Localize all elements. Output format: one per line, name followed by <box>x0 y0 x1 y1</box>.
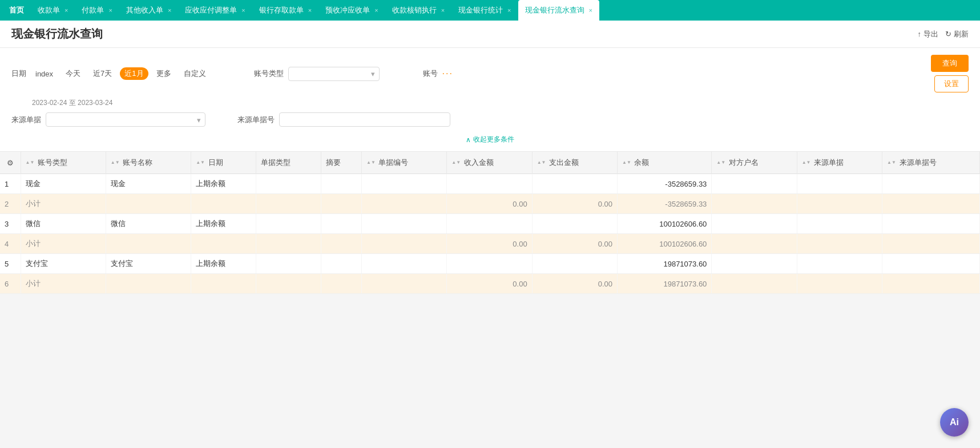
td-date <box>191 234 256 254</box>
td-expense <box>532 174 617 194</box>
td-counterparty <box>712 234 797 254</box>
account-type-select-wrapper <box>288 67 380 81</box>
td-doc-number <box>361 274 446 294</box>
collapse-bar[interactable]: ∧ 收起更多条件 <box>11 132 969 144</box>
th-balance[interactable]: ▲▼ 余额 <box>618 152 712 174</box>
account-dots-button[interactable]: ··· <box>442 68 453 79</box>
td-doc-type <box>256 214 321 234</box>
top-nav: 首页 收款单 × 付款单 × 其他收入单 × 应收应付调整单 × 银行存取款单 … <box>0 0 980 21</box>
td-doc-number <box>361 194 446 214</box>
nav-cash-stat[interactable]: 现金银行统计 × <box>451 0 518 21</box>
th-date[interactable]: ▲▼ 日期 <box>191 152 256 174</box>
td-account-type: 小计 <box>21 194 106 214</box>
close-icon[interactable]: × <box>441 0 445 21</box>
td-income <box>447 174 532 194</box>
td-doc-number <box>361 234 446 254</box>
th-expense[interactable]: ▲▼ 支出金额 <box>532 152 617 174</box>
table-row: 1现金现金上期余额-3528659.33 <box>0 174 980 194</box>
td-account-name <box>106 234 191 254</box>
table-row: 4小计0.000.00100102606.60 <box>0 234 980 254</box>
td-summary <box>321 174 362 194</box>
data-table: ⚙ ▲▼ 账号类型 ▲▼ 账号名称 ▲▼ 日期 单据类型 摘 <box>0 152 980 294</box>
td-summary <box>321 194 362 214</box>
table-row: 2小计0.000.00-3528659.33 <box>0 194 980 214</box>
td-date <box>191 194 256 214</box>
td-account-type: 小计 <box>21 234 106 254</box>
nav-home[interactable]: 首页 <box>2 0 31 21</box>
date-opt-custom[interactable]: 自定义 <box>179 67 211 80</box>
td-account-type: 微信 <box>21 214 106 234</box>
th-income[interactable]: ▲▼ 收入金额 <box>447 152 532 174</box>
nav-payment[interactable]: 付款单 × <box>75 0 119 21</box>
table-container: ⚙ ▲▼ 账号类型 ▲▼ 账号名称 ▲▼ 日期 单据类型 摘 <box>0 152 980 294</box>
td-expense: 0.00 <box>532 234 617 254</box>
th-doc-number[interactable]: ▲▼ 单据编号 <box>361 152 446 174</box>
date-opt-today[interactable]: 今天 <box>61 67 85 80</box>
source-doc-num-filter: 来源单据号 <box>237 112 450 127</box>
nav-cash-query[interactable]: 现金银行流水查询 × <box>518 0 599 21</box>
td-summary <box>321 254 362 274</box>
td-counterparty <box>712 194 797 214</box>
table-header-row: ⚙ ▲▼ 账号类型 ▲▼ 账号名称 ▲▼ 日期 单据类型 摘 <box>0 152 980 174</box>
nav-receipt[interactable]: 收款单 × <box>31 0 75 21</box>
close-icon[interactable]: × <box>507 0 511 21</box>
td-account-name <box>106 274 191 294</box>
th-account-name[interactable]: ▲▼ 账号名称 <box>106 152 191 174</box>
account-type-select[interactable] <box>288 67 380 81</box>
close-icon[interactable]: × <box>64 0 68 21</box>
td-source-doc <box>797 234 882 254</box>
close-icon[interactable]: × <box>374 0 378 21</box>
td-account-type: 小计 <box>21 274 106 294</box>
export-button[interactable]: ↑ 导出 <box>918 29 939 39</box>
close-icon[interactable]: × <box>308 0 312 21</box>
nav-other-income[interactable]: 其他收入单 × <box>119 0 178 21</box>
th-source-doc-num[interactable]: ▲▼ 来源单据号 <box>882 152 980 174</box>
th-counterparty[interactable]: ▲▼ 对方户名 <box>712 152 797 174</box>
th-settings[interactable]: ⚙ <box>0 152 21 174</box>
td-doc-type <box>256 174 321 194</box>
nav-receipt-exec[interactable]: 收款核销执行 × <box>385 0 451 21</box>
date-opt-more[interactable]: 更多 <box>152 67 176 80</box>
th-doc-type: 单据类型 <box>256 152 321 174</box>
source-doc-filter: 来源单据 <box>11 112 205 127</box>
td-doc-type <box>256 234 321 254</box>
close-icon[interactable]: × <box>168 0 171 21</box>
chevron-up-icon: ∧ <box>466 136 471 144</box>
source-doc-num-label: 来源单据号 <box>237 115 275 125</box>
refresh-button[interactable]: ↻ 刷新 <box>945 29 969 39</box>
td-expense: 0.00 <box>532 194 617 214</box>
td-date: 上期余额 <box>191 254 256 274</box>
date-range-display: 2023-02-24 至 2023-03-24 <box>32 98 969 108</box>
sort-icon: ▲▼ <box>111 160 120 165</box>
td-account-name: 现金 <box>106 174 191 194</box>
td-doc-type <box>256 274 321 294</box>
sort-icon: ▲▼ <box>716 160 725 165</box>
settings-icon: ⚙ <box>7 159 14 167</box>
date-opt-7days[interactable]: 近7天 <box>88 67 116 80</box>
td-source-doc <box>797 274 882 294</box>
close-icon[interactable]: × <box>241 0 245 21</box>
query-button[interactable]: 查询 <box>931 55 969 72</box>
td-summary <box>321 274 362 294</box>
source-doc-select[interactable] <box>46 112 205 127</box>
th-account-type[interactable]: ▲▼ 账号类型 <box>21 152 106 174</box>
nav-prepay-offset[interactable]: 预收冲应收单 × <box>318 0 385 21</box>
td-source-doc-num <box>882 234 980 254</box>
account-label: 账号 <box>423 68 438 79</box>
date-opt-yesterday[interactable]: index <box>31 68 58 79</box>
table-row: 3微信微信上期余额100102606.60 <box>0 214 980 234</box>
date-opt-1month[interactable]: 近1月 <box>120 67 148 80</box>
close-icon[interactable]: × <box>108 0 112 21</box>
nav-bank-deposit[interactable]: 银行存取款单 × <box>252 0 318 21</box>
close-icon[interactable]: × <box>589 0 592 21</box>
td-index: 6 <box>0 274 21 294</box>
account-type-label: 账号类型 <box>254 68 284 79</box>
source-doc-label: 来源单据 <box>11 115 41 125</box>
nav-ar-ap-adjust[interactable]: 应收应付调整单 × <box>178 0 252 21</box>
td-source-doc-num <box>882 214 980 234</box>
source-doc-num-input[interactable] <box>279 112 450 127</box>
th-source-doc[interactable]: ▲▼ 来源单据 <box>797 152 882 174</box>
date-label: 日期 <box>11 68 26 79</box>
export-icon: ↑ <box>918 30 922 38</box>
settings-button[interactable]: 设置 <box>934 75 969 92</box>
